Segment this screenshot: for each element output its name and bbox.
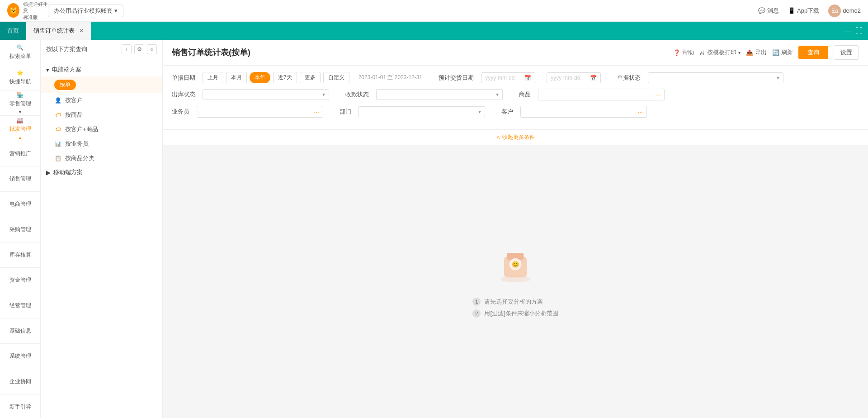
sidebar-item-basic-info[interactable]: 基础信息: [0, 318, 40, 344]
sidebar-item-search[interactable]: 🔍 搜索菜单: [0, 40, 40, 65]
collapse-panel-btn[interactable]: «: [147, 44, 157, 54]
tab-close-icon[interactable]: ✕: [79, 28, 84, 34]
export-icon: 📤: [746, 49, 753, 56]
sidebar-item-sales[interactable]: 销售管理: [0, 166, 40, 192]
sidebar-item-retail[interactable]: 🏪 零售管理 ▾: [0, 90, 40, 116]
tree-item-by-product[interactable]: 🏷 按商品: [41, 108, 162, 122]
tab-maximize-icon[interactable]: ⛶: [855, 27, 863, 35]
scheme-settings-btn[interactable]: ⚙: [134, 44, 144, 54]
calendar-icon-end: 📅: [590, 75, 597, 81]
logo-text: 畅捷通好生意 标准版: [23, 1, 48, 20]
tree-group-pc[interactable]: ▾ 电脑端方案: [41, 63, 162, 76]
avatar: Ea: [828, 5, 841, 17]
dots-icon-product[interactable]: ···: [655, 91, 660, 98]
content-area: 按以下方案查询 + ⚙ « ▾ 电脑端方案 按单 👤 按客户 🏷: [41, 40, 868, 418]
empty-tip-1: 1 请先选择要分析的方案: [472, 298, 558, 306]
settings-button[interactable]: 设置: [834, 45, 859, 60]
sidebar-item-finance[interactable]: 资金管理: [0, 268, 40, 293]
page-title-row: 销售订单统计表(按单) ❓ 帮助 🖨 按模板打印 ▾ 📤: [172, 45, 859, 60]
sidebar-item-system[interactable]: 系统管理: [0, 344, 40, 369]
sidebar-item-wholesale[interactable]: 🏭 批发管理 ▴: [0, 116, 40, 141]
message-icon: 💬: [758, 7, 765, 14]
tree-item-by-customer-product[interactable]: 🏷 按客户+商品: [41, 122, 162, 137]
tree-item-by-order[interactable]: 按单: [41, 76, 162, 93]
shipment-status-select[interactable]: ▾: [203, 89, 329, 100]
export-btn[interactable]: 📤 导出: [746, 48, 767, 57]
collection-status-select[interactable]: ▾: [376, 89, 503, 100]
tab-minimize-icon[interactable]: —: [844, 27, 852, 35]
empty-illustration: 😊: [493, 242, 538, 287]
dots-icon-salesperson[interactable]: ···: [314, 108, 319, 115]
logo-icon: 🐱: [7, 3, 19, 18]
search-icon: 🔍: [17, 44, 24, 51]
tree-item-by-category[interactable]: 📋 按商品分类: [41, 151, 162, 166]
date-btn-last-month[interactable]: 上月: [203, 72, 223, 83]
date-shortcuts: 上月 本月 本年 近7天 更多 自定义: [203, 72, 349, 83]
chevron-down-icon: ▾: [114, 7, 118, 14]
customer-product-icon: 🏷: [54, 126, 61, 133]
page-title: 销售订单统计表(按单): [172, 47, 250, 58]
template-print-btn[interactable]: 🖨 按模板打印 ▾: [699, 48, 741, 57]
chevron-down-icon-pc: ▾: [46, 66, 49, 73]
left-panel: 按以下方案查询 + ⚙ « ▾ 电脑端方案 按单 👤 按客户 🏷: [41, 40, 163, 418]
date-separator: —: [538, 74, 544, 81]
collapse-bar[interactable]: ∧ 收起更多条件: [163, 129, 868, 145]
print-icon: 🖨: [699, 49, 705, 56]
sidebar-item-quick-nav[interactable]: ⭐ 快捷导航: [0, 65, 40, 90]
wholesale-icon: 🏭: [17, 117, 24, 124]
filter-area: 单据日期 上月 本月 本年 近7天 更多 自定义 2023-01-01 至 20…: [163, 66, 868, 129]
app-selector[interactable]: 办公用品行业模拟账套 ▾: [48, 5, 123, 17]
help-btn[interactable]: ❓ 帮助: [673, 48, 694, 57]
dots-icon-customer[interactable]: ···: [637, 108, 643, 115]
sidebar-item-operations[interactable]: 经营管理: [0, 293, 40, 318]
product-select[interactable]: ···: [538, 89, 665, 100]
tab-home[interactable]: 首页: [0, 22, 26, 40]
expected-delivery-input-group: yyyy-mm-dd 📅 — yyyy-mm-dd 📅: [481, 72, 601, 83]
user-avatar-area[interactable]: Ea demo2: [828, 5, 861, 17]
add-scheme-btn[interactable]: +: [122, 44, 132, 54]
tree-group-mobile[interactable]: ▶ 移动端方案: [41, 166, 162, 179]
sidebar-item-enterprise-agree[interactable]: 企业协同: [0, 369, 40, 394]
shipment-status-label: 出库状态: [172, 90, 195, 99]
sidebar-item-new-guide[interactable]: 新手引导: [0, 394, 40, 418]
refresh-icon: 🔄: [772, 49, 779, 56]
expand-icon: ▾: [19, 109, 21, 114]
tab-sales-order-stats[interactable]: 销售订单统计表 ✕: [26, 22, 91, 40]
expected-delivery-start[interactable]: yyyy-mm-dd 📅: [481, 72, 535, 83]
sidebar: 🔍 搜索菜单 ⭐ 快捷导航 🏪 零售管理 ▾ 🏭 批发管理 ▴ 营销推广 销售管…: [0, 40, 41, 418]
date-btn-this-month[interactable]: 本月: [226, 72, 247, 83]
mobile-icon: 📱: [788, 7, 795, 14]
customer-select[interactable]: ···: [520, 106, 647, 118]
message-btn[interactable]: 💬 消息: [758, 7, 779, 15]
expected-delivery-end[interactable]: yyyy-mm-dd 📅: [547, 72, 601, 83]
collapse-icon-up: ∧: [496, 134, 502, 140]
sidebar-item-ecommerce[interactable]: 电商管理: [0, 192, 40, 217]
date-range-text: 2023-01-01 至 2023-12-31: [359, 74, 422, 81]
empty-tips: 1 请先选择要分析的方案 2 用[过滤]条件来缩小分析范围: [472, 298, 558, 321]
sidebar-item-purchase[interactable]: 采购管理: [0, 217, 40, 242]
page-header: 销售订单统计表(按单) ❓ 帮助 🖨 按模板打印 ▾ 📤: [163, 40, 868, 66]
salesperson-select[interactable]: ···: [197, 106, 323, 118]
query-button[interactable]: 查询: [798, 46, 828, 59]
date-btn-more[interactable]: 更多: [300, 72, 321, 83]
collection-status-label: 收款状态: [345, 90, 369, 99]
app-download-btn[interactable]: 📱 App下载: [788, 7, 819, 15]
chevron-down-order-status: ▾: [777, 75, 779, 81]
refresh-btn[interactable]: 🔄 刷新: [772, 48, 793, 57]
date-btn-this-year[interactable]: 本年: [250, 72, 270, 83]
tree-item-by-salesperson[interactable]: 📊 按业务员: [41, 137, 162, 151]
retail-icon: 🏪: [17, 92, 24, 98]
date-btn-last-7-days[interactable]: 近7天: [273, 72, 297, 83]
empty-state: 😊 1 请先选择要分析的方案 2 用[过滤]条件来缩小分析范围: [163, 145, 868, 418]
date-btn-custom[interactable]: 自定义: [323, 72, 349, 83]
order-status-select[interactable]: ▾: [648, 72, 783, 83]
expand-icon-2: ▴: [19, 135, 21, 140]
filter-row-2: 出库状态 ▾ 收款状态 ▾ 商品 ···: [172, 89, 859, 100]
tree-item-by-customer[interactable]: 👤 按客户: [41, 93, 162, 108]
chevron-down-dept: ▾: [478, 109, 481, 115]
department-select[interactable]: ▾: [359, 106, 485, 117]
filter-row-3: 业务员 ··· 部门 ▾ 客户 ···: [172, 106, 859, 118]
sidebar-item-marketing[interactable]: 营销推广: [0, 141, 40, 166]
department-label: 部门: [340, 108, 351, 116]
sidebar-item-inventory[interactable]: 库存核算: [0, 242, 40, 268]
